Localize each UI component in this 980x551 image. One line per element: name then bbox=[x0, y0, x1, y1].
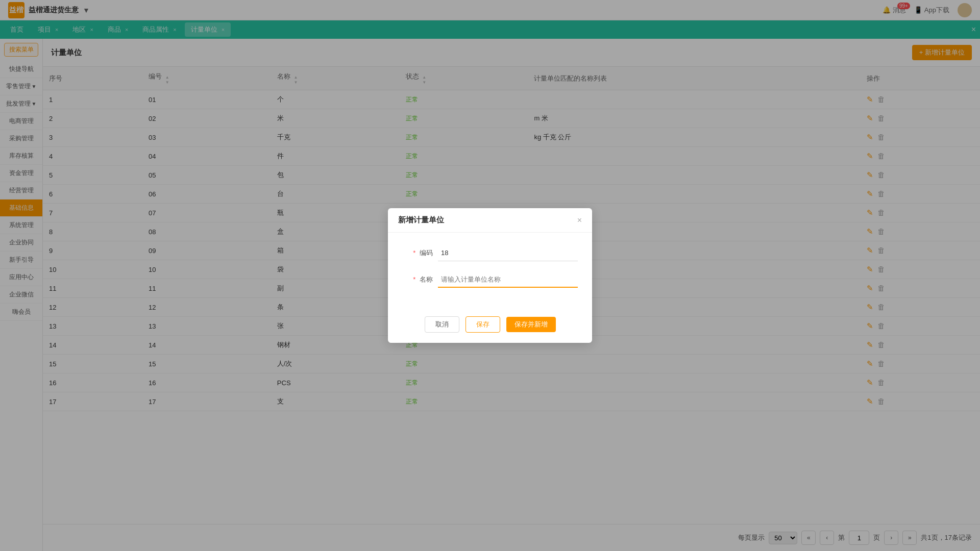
add-unit-modal: 新增计量单位 × * 编码 * 名称 取消 保存 保存并新增 bbox=[388, 208, 592, 343]
modal-overlay: 新增计量单位 × * 编码 * 名称 取消 保存 保存并新增 bbox=[0, 0, 980, 551]
code-input[interactable] bbox=[438, 245, 578, 261]
name-label: * 名称 bbox=[402, 275, 433, 284]
modal-footer: 取消 保存 保存并新增 bbox=[388, 310, 592, 343]
code-label: * 编码 bbox=[402, 248, 433, 258]
modal-body: * 编码 * 名称 bbox=[388, 233, 592, 310]
name-input[interactable] bbox=[438, 271, 578, 288]
name-field-row: * 名称 bbox=[402, 271, 578, 288]
modal-header: 新增计量单位 × bbox=[388, 208, 592, 233]
save-continue-button[interactable]: 保存并新增 bbox=[506, 317, 556, 332]
modal-close-button[interactable]: × bbox=[577, 216, 582, 225]
code-field-row: * 编码 bbox=[402, 245, 578, 261]
save-button[interactable]: 保存 bbox=[465, 316, 500, 333]
modal-title: 新增计量单位 bbox=[398, 215, 444, 225]
cancel-button[interactable]: 取消 bbox=[425, 316, 459, 333]
